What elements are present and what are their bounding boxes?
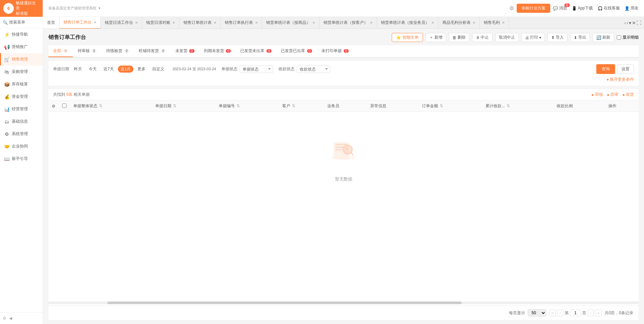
date-btn-today[interactable]: 今天 <box>86 66 99 73</box>
gear-settings-icon[interactable]: ⚙ <box>52 104 55 109</box>
next-page-btn[interactable]: › <box>588 310 594 316</box>
cancel-action-btn[interactable]: ● 弃审 <box>607 92 618 97</box>
filter-tab-unshipped[interactable]: 未发货 0 <box>171 45 199 57</box>
cancel-pause-button[interactable]: 取消中止 <box>495 33 519 42</box>
deliver-action-btn[interactable]: ● 发货 <box>622 92 634 97</box>
tab-sales-workbench[interactable]: 销售订单工作台 ✕ <box>59 17 101 29</box>
approve-action-btn[interactable]: ● 审核 <box>591 92 603 97</box>
sort-date-icon[interactable]: ⇅ <box>173 104 176 108</box>
tab-goods-by-product[interactable]: 销货单统计表（按商品） ✕ <box>262 17 319 29</box>
filter-tab-pending-review[interactable]: 待审核 0 <box>73 45 101 57</box>
tab-sales-margin[interactable]: 销售毛利 ✕ <box>480 17 509 29</box>
online-service-action[interactable]: 🎧 在线客服 <box>598 5 620 11</box>
date-btn-custom[interactable]: 自定义 <box>149 66 167 73</box>
sort-collected-icon[interactable]: ⇅ <box>507 104 510 108</box>
settings-gear-icon[interactable]: ⚙ <box>509 5 514 11</box>
date-btn-1month[interactable]: 近1月 <box>118 66 134 73</box>
tab-margin-analysis-close[interactable]: ✕ <box>473 21 475 25</box>
sidebar-item-coop[interactable]: 🤝 企业协同 <box>0 140 43 153</box>
tab-menu-icon[interactable]: ▾ <box>629 20 631 26</box>
tab-next-icon[interactable]: › <box>627 20 628 26</box>
tab-sales-stats[interactable]: 销售订单统计表 ✕ <box>179 17 221 29</box>
horizontal-scrollbar[interactable] <box>48 301 639 304</box>
tab-expand-icon[interactable]: ⛶ <box>637 20 641 26</box>
sidebar-item-purchase[interactable]: 🛍 采购管理 <box>0 66 43 78</box>
search-button[interactable]: 查询 <box>596 64 615 74</box>
first-page-btn[interactable]: « <box>549 310 556 316</box>
show-detail-checkbox[interactable] <box>617 35 621 40</box>
filter-tab-pending-inspect[interactable]: 待拣验货 0 <box>101 45 134 57</box>
settings-icon[interactable]: ⚙ <box>3 316 6 321</box>
filter-tab-shipped-not-out[interactable]: 已发货未出库 0 <box>235 45 276 57</box>
date-btn-yesterday[interactable]: 昨天 <box>71 66 85 73</box>
filter-tab-shop-ship[interactable]: 旺铺待发货 0 <box>134 45 171 57</box>
sidebar-item-inventory[interactable]: 📦 库存核算 <box>0 78 43 90</box>
tab-sales-workbench-close[interactable]: ✕ <box>94 21 96 24</box>
sidebar-search[interactable]: 🔍 搜索菜单 <box>0 17 43 28</box>
tab-goods-by-staff-close[interactable]: ✕ <box>431 21 434 25</box>
message-action[interactable]: 💬 消息 6 <box>553 5 567 11</box>
per-page-select[interactable]: 50 10 20 100 <box>528 309 546 317</box>
tab-prev-icon[interactable]: ‹ <box>625 20 626 26</box>
sidebar-item-basic[interactable]: 🗂 基础信息 <box>0 115 43 128</box>
tab-goods-by-staff[interactable]: 销货单统计表（按业务员） ✕ <box>377 17 438 29</box>
tab-goods-by-customer-close[interactable]: ✕ <box>370 21 373 25</box>
tab-reconciliation-close[interactable]: ✕ <box>172 21 175 25</box>
industry-btn[interactable]: 体验行业方案 <box>517 4 550 13</box>
filter-tab-pending-inspect-count: 0 <box>124 49 129 53</box>
sidebar-item-guide[interactable]: 📖 新手引导 <box>0 153 43 165</box>
date-btn-more[interactable]: 更多 <box>135 66 148 73</box>
tab-sales-exec-close[interactable]: ✕ <box>255 21 258 25</box>
filter-tab-overdue-ship[interactable]: 到期未发货 0 <box>199 45 236 57</box>
sidebar-item-system[interactable]: ⚙ 系统管理 <box>0 128 43 140</box>
title-dropdown-icon[interactable]: ▾ <box>98 6 100 10</box>
tab-goods-by-customer[interactable]: 销货单统计表（按客户） ✕ <box>319 17 377 29</box>
scrollbar-thumb[interactable] <box>108 301 462 304</box>
show-detail-checkbox-label[interactable]: 显示明细 <box>617 35 639 40</box>
sidebar-item-operations[interactable]: 📊 经营管理 <box>0 103 43 115</box>
pause-button[interactable]: ⏸ 中止 <box>472 33 492 42</box>
tab-home[interactable]: 首页 <box>43 17 59 29</box>
sort-customer-icon[interactable]: ⇅ <box>292 104 295 108</box>
delete-button[interactable]: 🗑 删除 <box>449 33 469 42</box>
filter-tab-shipped-out[interactable]: 已发货已出库 0 <box>276 45 317 57</box>
status-select[interactable]: 单据状态 <box>240 66 273 73</box>
payment-filter-label: 收款状态 <box>278 66 295 72</box>
sidebar-item-finance[interactable]: 💰 资金管理 <box>0 90 43 103</box>
import-button[interactable]: ⬆ 导入 <box>548 33 567 42</box>
filter-tab-unprinted[interactable]: 未打印单据 0 <box>317 45 353 57</box>
expand-conditions-btn[interactable]: ▾ 展开更多条件 <box>607 77 634 82</box>
sidebar-item-marketing[interactable]: 📢 营销推广 <box>0 41 43 53</box>
tab-daily-clear-close[interactable]: ✕ <box>135 21 138 25</box>
smart-gen-button[interactable]: ⭐ 智能生单 <box>392 33 423 42</box>
filter-tab-all[interactable]: 全部 0 <box>48 45 73 57</box>
setting-button[interactable]: 设置 <box>617 64 634 74</box>
tab-margin-analysis[interactable]: 商品毛利分析表 ✕ <box>438 17 480 29</box>
sort-amount-icon[interactable]: ⇅ <box>440 104 443 108</box>
collapse-icon[interactable]: ◀ <box>9 316 12 321</box>
sort-status-icon[interactable]: ⇅ <box>99 104 102 108</box>
refresh-button[interactable]: 🔄 刷新 <box>593 33 614 42</box>
date-btn-7days[interactable]: 近7天 <box>101 66 117 73</box>
app-download-action[interactable]: 📱 App下载 <box>572 5 593 11</box>
tab-sales-exec[interactable]: 销售订单执行表 ✕ <box>221 17 262 29</box>
tab-close-all-icon[interactable]: ✕ <box>632 20 636 26</box>
last-page-btn[interactable]: » <box>595 310 602 316</box>
sidebar-item-sales[interactable]: 🛒 销售管理 <box>0 53 43 66</box>
sidebar-item-quick[interactable]: ⚡ 快捷导航 <box>0 28 43 41</box>
prev-page-btn[interactable]: ‹ <box>557 310 563 316</box>
export-button[interactable]: ⬇ 导出 <box>570 33 590 42</box>
sort-number-icon[interactable]: ⇅ <box>237 104 240 108</box>
col-number: 单据编号 ⇅ <box>215 100 279 112</box>
print-button[interactable]: 🖨 打印 ▾ <box>521 33 545 42</box>
tab-goods-by-product-close[interactable]: ✕ <box>312 21 315 25</box>
user-action[interactable]: 👤 用友 <box>625 5 639 11</box>
page-input[interactable] <box>570 310 581 316</box>
tab-sales-stats-close[interactable]: ✕ <box>214 21 216 25</box>
payment-select[interactable]: 收款状态 <box>297 66 330 73</box>
add-button[interactable]: ＋ 新增 <box>426 33 446 42</box>
select-all-checkbox[interactable] <box>62 104 67 108</box>
tab-daily-clear[interactable]: 钱货日清工作台 ✕ <box>101 17 142 29</box>
tab-sales-margin-close[interactable]: ✕ <box>502 21 505 25</box>
tab-reconciliation[interactable]: 钱货日清对账 ✕ <box>142 17 179 29</box>
